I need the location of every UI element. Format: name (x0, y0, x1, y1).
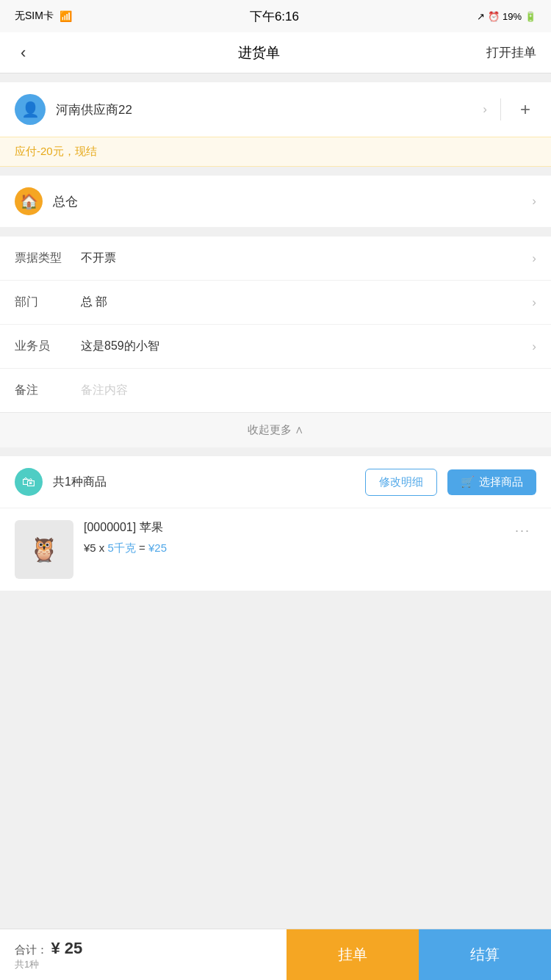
supplier-row[interactable]: 👤 河南供应商22 › + (0, 82, 551, 137)
form-section: 票据类型 不开票 › 部门 总 部 › 业务员 这是859的小智 › 备注 备注… (0, 236, 551, 447)
remark-label: 备注 (15, 383, 81, 398)
cart-icon: 🛒 (461, 475, 475, 489)
multiply-sign: x (99, 541, 108, 554)
invoice-row[interactable]: 票据类型 不开票 › (0, 236, 551, 280)
total-label: 合计： (15, 943, 48, 956)
home-icon: 🏠 (20, 192, 38, 210)
invoice-chevron-icon: › (532, 251, 536, 266)
product-section: 🛍 共1种商品 修改明细 🛒 选择商品 🦉 [0000001] 苹果 ¥5 x … (0, 456, 551, 591)
product-price: ¥5 x 5千克 = ¥25 (84, 541, 509, 555)
unit-price: ¥5 (84, 541, 96, 554)
product-name: [0000001] 苹果 (84, 520, 509, 536)
product-info: [0000001] 苹果 ¥5 x 5千克 = ¥25 (84, 520, 509, 555)
supplier-name: 河南供应商22 (56, 101, 483, 118)
invoice-value: 不开票 (81, 251, 532, 266)
warehouse-section: 🏠 总仓 › (0, 176, 551, 227)
remark-input[interactable]: 备注内容 (81, 383, 536, 398)
back-button[interactable]: ‹ (15, 37, 32, 68)
dept-row[interactable]: 部门 总 部 › (0, 280, 551, 324)
status-right: ↗ ⏰ 19% 🔋 (477, 11, 536, 22)
remark-row[interactable]: 备注 备注内容 (0, 368, 551, 412)
alarm-icon: ⏰ (488, 11, 500, 22)
supplier-section: 👤 河南供应商22 › + 应付-20元，现结 (0, 82, 551, 167)
collapse-bar[interactable]: 收起更多 ∧ (0, 412, 551, 447)
wifi-icon: 📶 (60, 10, 72, 22)
nav-bar: ‹ 进货单 打开挂单 (0, 32, 551, 73)
warehouse-icon: 🏠 (15, 187, 43, 215)
product-thumbnail: 🦉 (15, 520, 73, 579)
dept-value: 总 部 (81, 295, 532, 310)
bottom-bar: 合计： ¥ 25 共1种 挂单 结算 (0, 929, 551, 980)
sales-value: 这是859的小智 (81, 339, 532, 354)
supplier-chevron-icon: › (483, 102, 487, 117)
warehouse-name: 总仓 (53, 193, 532, 210)
warehouse-chevron-icon: › (532, 194, 536, 209)
battery-label: 19% (503, 11, 522, 22)
supplier-divider (500, 98, 501, 120)
equals-sign: = (139, 541, 148, 554)
dept-chevron-icon: › (532, 295, 536, 310)
sales-row[interactable]: 业务员 这是859的小智 › (0, 324, 551, 368)
top-divider (0, 73, 551, 82)
location-icon: ↗ (477, 11, 485, 22)
carrier-label: 无SIM卡 (15, 10, 54, 23)
quantity: 5千克 (108, 541, 136, 554)
product-item: 🦉 [0000001] 苹果 ¥5 x 5千克 = ¥25 ··· (0, 508, 551, 591)
select-product-button[interactable]: 🛒 选择商品 (447, 469, 536, 495)
total-amount: ¥ 25 (51, 939, 82, 957)
product-bag-icon: 🛍 (15, 468, 43, 496)
edit-detail-button[interactable]: 修改明细 (365, 469, 437, 496)
product-count-label: 共1种商品 (53, 475, 355, 490)
item-total: ¥25 (148, 541, 167, 554)
page-title: 进货单 (238, 43, 280, 62)
total-count-label: 共1种 (15, 958, 272, 971)
bottom-spacer (0, 591, 551, 649)
open-hang-button[interactable]: 打开挂单 (486, 44, 536, 61)
product-more-button[interactable]: ··· (509, 520, 536, 541)
battery-icon: 🔋 (525, 11, 536, 22)
sales-chevron-icon: › (532, 339, 536, 354)
product-header: 🛍 共1种商品 修改明细 🛒 选择商品 (0, 456, 551, 508)
add-supplier-button[interactable]: + (514, 96, 536, 123)
supplier-alert-banner: 应付-20元，现结 (0, 137, 551, 167)
sales-label: 业务员 (15, 339, 81, 354)
supplier-icon: 👤 (21, 101, 40, 118)
status-bar: 无SIM卡 📶 下午6:16 ↗ ⏰ 19% 🔋 (0, 0, 551, 32)
status-left: 无SIM卡 📶 (15, 10, 72, 23)
status-time: 下午6:16 (250, 8, 299, 25)
product-thumb-icon: 🦉 (29, 536, 59, 563)
total-section: 合计： ¥ 25 共1种 (0, 939, 287, 971)
supplier-avatar: 👤 (15, 94, 46, 125)
invoice-label: 票据类型 (15, 251, 81, 266)
warehouse-row[interactable]: 🏠 总仓 › (0, 176, 551, 227)
dept-label: 部门 (15, 295, 81, 310)
hang-button[interactable]: 挂单 (287, 929, 419, 981)
checkout-button[interactable]: 结算 (419, 929, 551, 981)
